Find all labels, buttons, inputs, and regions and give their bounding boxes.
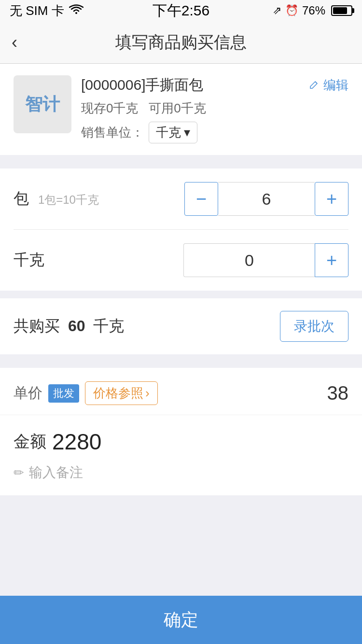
price-type-tag: 批发 xyxy=(48,384,79,403)
product-name: [0000006]手撕面包 xyxy=(81,75,203,95)
kg-label: 千克 xyxy=(14,250,183,271)
status-right: ⇗ ⏰ 76% xyxy=(273,4,352,17)
product-thumbnail: 智计 xyxy=(14,75,71,133)
bottom-spacer xyxy=(0,495,362,596)
confirm-bar[interactable]: 确定 xyxy=(0,596,362,644)
pack-hint: 1包=10千克 xyxy=(38,193,99,206)
amount-label: 金额 xyxy=(14,431,46,453)
carrier-label: 无 SIM 卡 xyxy=(10,2,64,19)
edit-label: 编辑 xyxy=(323,77,348,94)
section-divider-1 xyxy=(0,161,362,168)
pack-row: 包 1包=10千克 − + xyxy=(14,168,348,230)
section-divider-3 xyxy=(0,360,362,368)
total-section: 共购买 60 千克 录批次 xyxy=(0,298,362,354)
pack-increment-button[interactable]: + xyxy=(315,182,348,216)
back-button[interactable]: ‹ xyxy=(12,32,17,53)
unit-select[interactable]: 千克 ▾ xyxy=(149,122,197,143)
confirm-button[interactable]: 确定 xyxy=(164,608,198,632)
total-text: 共购买 60 千克 xyxy=(14,316,124,337)
total-amount: 60 xyxy=(68,317,85,335)
price-left: 单价 批发 价格参照 › xyxy=(14,381,158,405)
price-section: 单价 批发 价格参照 › 38 xyxy=(0,368,362,415)
price-value: 38 xyxy=(327,382,349,404)
price-ref-button[interactable]: 价格参照 › xyxy=(85,381,158,405)
status-bar: 无 SIM 卡 下午2:56 ⇗ ⏰ 76% xyxy=(0,0,362,21)
battery-icon xyxy=(331,5,352,16)
price-label: 单价 xyxy=(14,383,42,403)
chevron-right-icon: › xyxy=(145,386,150,401)
content-area: 智计 [0000006]手撕面包 编辑 现存0千克 可用0千克 xyxy=(0,64,362,596)
location-icon: ⇗ xyxy=(273,4,281,17)
edit-button[interactable]: 编辑 xyxy=(309,77,348,94)
nav-bar: ‹ 填写商品购买信息 xyxy=(0,21,362,64)
product-logo: 智计 xyxy=(25,93,60,116)
note-row[interactable]: ✏ 输入备注 xyxy=(14,463,348,482)
product-unit-row: 销售单位： 千克 ▾ xyxy=(81,122,348,143)
pack-qty-input[interactable] xyxy=(218,182,315,216)
kg-qty-controls: + xyxy=(183,243,348,277)
wifi-icon xyxy=(69,3,84,18)
kg-qty-input[interactable] xyxy=(183,243,315,277)
quantity-section: 包 1包=10千克 − + 千克 + xyxy=(0,168,362,291)
batch-button[interactable]: 录批次 xyxy=(280,311,348,342)
note-icon: ✏ xyxy=(14,465,24,480)
amount-row: 金额 2280 xyxy=(14,429,348,455)
section-divider-2 xyxy=(0,291,362,298)
product-card: 智计 [0000006]手撕面包 编辑 现存0千克 可用0千克 xyxy=(0,64,362,155)
note-placeholder: 输入备注 xyxy=(29,463,83,482)
page-title: 填写商品购买信息 xyxy=(115,31,247,54)
product-name-row: [0000006]手撕面包 编辑 xyxy=(81,75,348,95)
pack-qty-controls: − + xyxy=(184,182,348,216)
kg-increment-button[interactable]: + xyxy=(315,243,348,277)
pack-label: 包 1包=10千克 xyxy=(14,188,184,210)
status-left: 无 SIM 卡 xyxy=(10,2,84,19)
chevron-down-icon: ▾ xyxy=(184,125,190,140)
product-stock: 现存0千克 可用0千克 xyxy=(81,100,348,117)
amount-value: 2280 xyxy=(52,429,101,455)
alarm-icon: ⏰ xyxy=(285,4,298,17)
amount-section: 金额 2280 ✏ 输入备注 xyxy=(0,415,362,495)
pack-decrement-button[interactable]: − xyxy=(184,182,218,216)
status-time: 下午2:56 xyxy=(153,1,209,21)
battery-percent: 76% xyxy=(302,4,325,17)
product-info: [0000006]手撕面包 编辑 现存0千克 可用0千克 销售单位： 千克 xyxy=(81,75,348,143)
kg-row: 千克 + xyxy=(14,230,348,291)
